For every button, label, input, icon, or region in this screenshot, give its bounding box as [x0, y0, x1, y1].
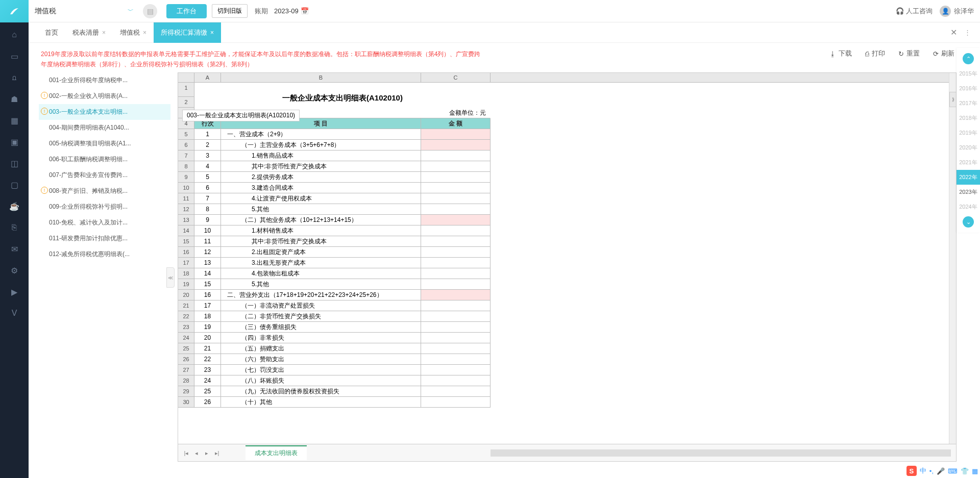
cell-amount[interactable]	[421, 333, 491, 343]
year-item[interactable]: 2024年	[957, 199, 980, 214]
row-header[interactable]: 9	[178, 172, 194, 183]
year-item[interactable]: 2019年	[957, 125, 980, 140]
cell-line-no[interactable]: 7	[194, 193, 221, 204]
download-button[interactable]: ⭳ 下载	[829, 49, 852, 58]
cell-amount[interactable]	[421, 204, 491, 215]
cell-line-no[interactable]: 1	[194, 129, 221, 140]
clipboard-icon[interactable]: ▦	[9, 115, 19, 125]
form-list-item[interactable]: 002-一般企业收入明细表(A...	[39, 88, 170, 104]
tab[interactable]: 所得税汇算清缴×	[154, 22, 221, 43]
cell-amount[interactable]	[421, 386, 491, 397]
form-list-item[interactable]: 008-资产折旧、摊销及纳税...	[39, 183, 170, 199]
cell-item[interactable]: 1.材料销售成本	[221, 225, 421, 236]
cell-item[interactable]: 5.其他	[221, 204, 421, 215]
sheet-nav-first[interactable]: |◂	[181, 448, 191, 458]
close-icon[interactable]: ×	[143, 29, 146, 36]
horizontal-scrollbar[interactable]	[491, 449, 951, 457]
cell-line-no[interactable]: 18	[194, 311, 221, 322]
video-icon[interactable]: ▶	[9, 287, 19, 297]
cell-line-no[interactable]: 26	[194, 397, 221, 408]
row-header[interactable]: 17	[178, 258, 194, 268]
ime-mic-icon[interactable]: 🎤	[937, 467, 945, 475]
row-header[interactable]: 22	[178, 311, 194, 322]
cell-item[interactable]: （七）罚没支出	[221, 365, 421, 375]
cell-amount[interactable]	[421, 172, 491, 183]
cell-amount[interactable]	[421, 290, 491, 300]
cell-line-no[interactable]: 23	[194, 365, 221, 375]
col-b-header[interactable]: B	[221, 73, 421, 82]
print-button[interactable]: ⎙ 打印	[865, 49, 885, 58]
cell-line-no[interactable]: 17	[194, 300, 221, 311]
close-icon[interactable]: ×	[102, 29, 106, 36]
row-header[interactable]: 14	[178, 225, 194, 236]
cell-item[interactable]: 3.出租无形资产成本	[221, 258, 421, 268]
user-menu[interactable]: 👤 徐泽华	[940, 6, 974, 17]
chart-icon[interactable]: ◫	[9, 158, 19, 168]
row-header[interactable]: 13	[178, 215, 194, 225]
col-a-header[interactable]: A	[194, 73, 221, 82]
ime-keyboard-icon[interactable]: ⌨	[948, 467, 958, 475]
row-header[interactable]: 5	[178, 129, 194, 140]
sheet-nav-prev[interactable]: ◂	[191, 448, 202, 458]
year-item[interactable]: 2023年	[957, 185, 980, 199]
cell-line-no[interactable]: 16	[194, 290, 221, 300]
cell-line-no[interactable]: 15	[194, 279, 221, 290]
tab[interactable]: 税表清册×	[65, 22, 113, 43]
cell-line-no[interactable]: 25	[194, 386, 221, 397]
settings-icon[interactable]: ⚙	[9, 265, 19, 275]
cell-line-no[interactable]: 14	[194, 268, 221, 279]
year-item[interactable]: 2017年	[957, 96, 980, 111]
collapse-handle[interactable]: ≪	[166, 267, 175, 288]
year-item[interactable]: 2015年	[957, 66, 980, 81]
form-list-item[interactable]: 001-企业所得税年度纳税申...	[39, 72, 170, 88]
cell-amount[interactable]	[421, 183, 491, 193]
tab[interactable]: 首页	[38, 22, 65, 43]
form-list-item[interactable]: 005-纳税调整项目明细表(A1...	[39, 136, 170, 152]
refresh-button[interactable]: ⟳ 刷新	[933, 49, 954, 58]
app-logo[interactable]	[0, 0, 29, 22]
ime-lang[interactable]: 中	[920, 466, 926, 475]
cell-item[interactable]: （九）无法收回的债券股权投资损失	[221, 386, 421, 397]
close-icon[interactable]: ×	[210, 29, 214, 36]
col-c-header[interactable]: C	[421, 73, 491, 82]
row-header[interactable]: 10	[178, 183, 194, 193]
cell-line-no[interactable]: 9	[194, 215, 221, 225]
cell-line-no[interactable]: 4	[194, 161, 221, 172]
cell-amount[interactable]	[421, 397, 491, 408]
sheet-tab[interactable]: 成本支出明细表	[246, 445, 307, 460]
ime-punct-icon[interactable]: •,	[929, 467, 934, 475]
cell-amount[interactable]	[421, 311, 491, 322]
cell-item[interactable]: （二）其他业务成本（10+12+13+14+15）	[221, 215, 421, 225]
cell-amount[interactable]	[421, 365, 491, 375]
cell-item[interactable]: 3.建造合同成本	[221, 183, 421, 193]
row-header[interactable]: 24	[178, 333, 194, 343]
cell-line-no[interactable]: 24	[194, 375, 221, 386]
row-header[interactable]: 11	[178, 193, 194, 204]
year-item[interactable]: 2020年	[957, 140, 980, 155]
ime-logo-icon[interactable]: S	[906, 466, 917, 476]
cell-amount[interactable]	[421, 247, 491, 258]
row-header[interactable]: 15	[178, 236, 194, 247]
year-item[interactable]: 2022年	[957, 170, 980, 185]
cell-amount[interactable]	[421, 258, 491, 268]
expand-year-icon[interactable]: ⟫	[949, 92, 957, 107]
cell-amount[interactable]	[421, 215, 491, 225]
cell-amount[interactable]	[421, 343, 491, 354]
cell-item[interactable]: 1.销售商品成本	[221, 150, 421, 161]
row-header[interactable]: 16	[178, 247, 194, 258]
cell-item[interactable]: （二）非货币性资产交换损失	[221, 311, 421, 322]
funds-icon[interactable]: ☗	[9, 94, 19, 104]
cell-line-no[interactable]: 2	[194, 140, 221, 150]
row-header[interactable]: 23	[178, 322, 194, 333]
cell-amount[interactable]	[421, 268, 491, 279]
cell-line-no[interactable]: 11	[194, 236, 221, 247]
row-header[interactable]: 28	[178, 375, 194, 386]
row-header[interactable]: 8	[178, 161, 194, 172]
cell-item[interactable]: 其中:非货币性资产交换成本	[221, 236, 421, 247]
cell-line-no[interactable]: 22	[194, 354, 221, 365]
cell-amount[interactable]	[421, 236, 491, 247]
year-item[interactable]: 2016年	[957, 81, 980, 96]
cell-line-no[interactable]: 6	[194, 183, 221, 193]
cell-item[interactable]: （一）非流动资产处置损失	[221, 300, 421, 311]
cell-item[interactable]: （十）其他	[221, 397, 421, 408]
